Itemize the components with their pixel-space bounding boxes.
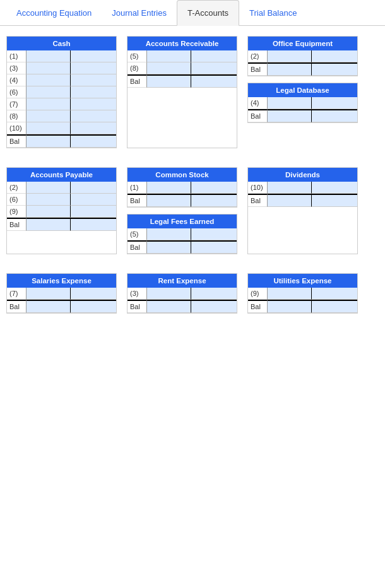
table-row: (5) — [127, 228, 237, 240]
main-content: Cash(1)(3)(4)(6)(7)(8)(10)BalAccounts Re… — [0, 26, 385, 343]
cell-debit — [26, 194, 71, 206]
t-account-title: Legal Fees Earned — [127, 215, 237, 228]
cell-debit — [26, 206, 71, 218]
row-label: (4) — [7, 74, 26, 86]
t-account-rent-expense: Rent Expense(3)Bal — [127, 273, 237, 314]
nav-tabs: Accounting EquationJournal EntriesT-Acco… — [0, 0, 385, 26]
t-account-title: Legal Database — [248, 83, 357, 97]
row-label: (9) — [7, 206, 26, 218]
t-account-body: (2)Bal — [248, 50, 357, 76]
cell-credit — [191, 50, 237, 62]
cell-debit — [146, 62, 192, 74]
table-row: (3) — [7, 62, 116, 74]
table-row: (7) — [7, 98, 116, 110]
cell-debit — [267, 50, 312, 62]
t-account-body: (4)Bal — [248, 97, 357, 122]
row-label: Bal — [248, 194, 267, 207]
cell-credit — [191, 288, 237, 300]
cell-credit — [71, 206, 116, 218]
table-row: (1) — [7, 50, 116, 62]
tab-journal-entries[interactable]: Journal Entries — [102, 1, 177, 25]
cell-debit — [146, 228, 192, 240]
cell-credit — [191, 228, 237, 240]
cell-debit — [26, 218, 71, 231]
cell-credit — [71, 194, 116, 206]
cell-credit — [312, 300, 357, 313]
table-row: Bal — [7, 218, 116, 231]
cell-debit — [146, 288, 192, 300]
table-row: Bal — [248, 300, 357, 313]
cell-debit — [146, 300, 192, 313]
table-row: Bal — [7, 300, 116, 313]
cell-credit — [312, 182, 357, 194]
tab-accounting-equation[interactable]: Accounting Equation — [6, 1, 102, 25]
t-account-salaries-expense: Salaries Expense(7)Bal — [6, 273, 117, 314]
row-label: Bal — [127, 300, 146, 313]
t-account-body: (5)Bal — [127, 228, 237, 254]
cell-credit — [71, 86, 116, 98]
t-account-legal-fees-earned: Legal Fees Earned(5)Bal — [127, 214, 237, 254]
cell-debit — [26, 288, 71, 300]
table-row: (8) — [127, 62, 237, 74]
t-account-title: Utilities Expense — [248, 274, 357, 288]
t-account-body: (10)Bal — [248, 182, 357, 207]
t-account-title: Cash — [7, 37, 116, 50]
cell-credit — [191, 300, 237, 313]
table-row: Bal — [7, 134, 116, 148]
row-label: (6) — [7, 194, 26, 206]
table-row: Bal — [127, 194, 237, 207]
t-account-accounts-payable: Accounts Payable(2)(6)(9)Bal — [6, 167, 117, 254]
row-label: (3) — [127, 288, 146, 300]
table-row: Bal — [127, 74, 237, 88]
table-row: (9) — [248, 288, 357, 300]
t-account-title: Rent Expense — [127, 274, 237, 288]
cell-credit — [71, 110, 116, 122]
table-row: (10) — [248, 182, 357, 194]
cell-debit — [26, 74, 71, 86]
cell-credit — [71, 182, 116, 194]
t-account-title: Common Stock — [127, 168, 237, 182]
row-label: (2) — [248, 50, 267, 62]
row-label: (9) — [248, 288, 267, 300]
cell-debit — [267, 109, 312, 122]
cell-debit — [146, 74, 192, 88]
cell-credit — [71, 218, 116, 231]
cell-credit — [71, 300, 116, 313]
cell-debit — [267, 62, 312, 76]
cell-credit — [191, 74, 237, 88]
cell-credit — [312, 97, 357, 109]
section-1: Accounts Payable(2)(6)(9)BalCommon Stock… — [6, 167, 379, 254]
cell-debit — [26, 86, 71, 98]
cell-debit — [26, 134, 71, 148]
row-label: (6) — [7, 86, 26, 98]
t-account-common-stock: Common Stock(1)Bal — [127, 167, 237, 208]
table-row: (9) — [7, 206, 116, 218]
t-account-accounts-receivable: Accounts Receivable(5)(8)Bal — [127, 36, 237, 148]
cell-debit — [267, 194, 312, 207]
cell-debit — [267, 288, 312, 300]
t-account-dividends: Dividends(10)Bal — [247, 167, 358, 254]
t-account-title: Salaries Expense — [7, 274, 116, 288]
cell-debit — [267, 97, 312, 109]
row-label: Bal — [248, 109, 267, 122]
row-label: (5) — [127, 228, 146, 240]
table-row: Bal — [248, 194, 357, 207]
cell-credit — [191, 62, 237, 74]
row-label: Bal — [127, 194, 146, 207]
table-row: (4) — [7, 74, 116, 86]
table-row: Bal — [248, 109, 357, 122]
cell-credit — [312, 288, 357, 300]
row-label: Bal — [248, 300, 267, 313]
tab-trial-balance[interactable]: Trial Balance — [239, 1, 307, 25]
row-label: (7) — [7, 288, 26, 300]
table-row: (6) — [7, 194, 116, 206]
cell-debit — [26, 300, 71, 313]
t-account-title: Office Equipment — [248, 37, 357, 50]
cell-debit — [26, 98, 71, 110]
cell-credit — [71, 74, 116, 86]
tab-t-accounts[interactable]: T-Accounts — [177, 0, 239, 26]
table-row: (8) — [7, 110, 116, 122]
row-label: (10) — [248, 182, 267, 194]
t-account-body: (3)Bal — [127, 288, 237, 313]
cell-debit — [26, 50, 71, 62]
